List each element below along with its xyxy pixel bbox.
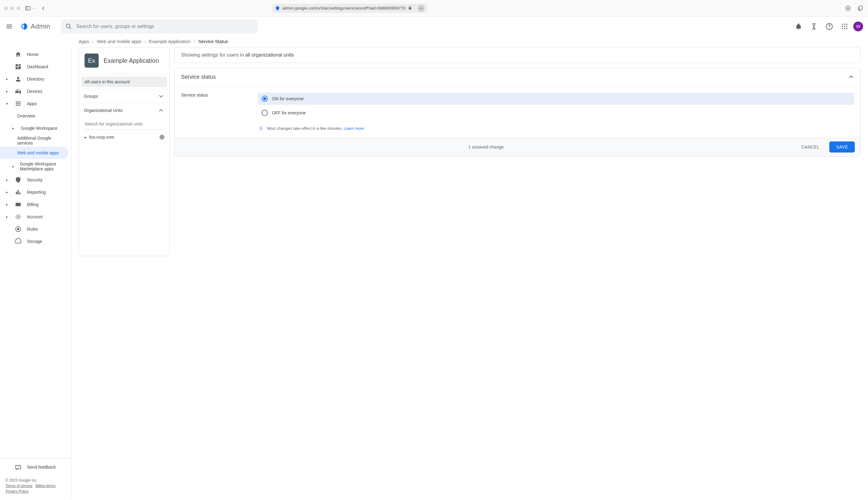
breadcrumb: Apps › Web and mobile apps › Example App… bbox=[0, 36, 868, 47]
scope-target: all organizational units bbox=[245, 52, 294, 57]
nav-directory[interactable]: ▸ Directory bbox=[0, 73, 69, 85]
crumb-apps[interactable]: Apps bbox=[79, 39, 89, 44]
nav-apps[interactable]: ▾ Apps bbox=[0, 98, 69, 110]
nav-label: Devices bbox=[27, 89, 43, 94]
window-minimize[interactable] bbox=[10, 7, 14, 10]
ou-item[interactable]: ▸ foo-corp.com bbox=[79, 132, 169, 142]
nav-rules[interactable]: ▸ Rules bbox=[0, 223, 69, 235]
nav-overview[interactable]: Overview bbox=[0, 110, 69, 122]
downloads-icon[interactable] bbox=[845, 5, 852, 12]
cancel-button[interactable]: CANCEL bbox=[797, 141, 824, 152]
svg-point-11 bbox=[844, 24, 845, 25]
global-search[interactable] bbox=[61, 19, 258, 34]
all-users-row[interactable]: All users in this account bbox=[81, 77, 167, 87]
account-avatar[interactable]: W bbox=[853, 22, 863, 31]
nav-label: Security bbox=[27, 178, 43, 182]
help-icon bbox=[825, 23, 833, 30]
save-button[interactable]: SAVE bbox=[829, 141, 855, 152]
address-bar[interactable]: admin.google.com/u/3/ac/settings/service… bbox=[272, 4, 428, 13]
nav-send-feedback[interactable]: ▸ Send feedback bbox=[0, 461, 69, 473]
legal-privacy[interactable]: Privacy Policy bbox=[5, 489, 28, 493]
nav-label: Account bbox=[27, 214, 43, 219]
svg-point-4 bbox=[422, 8, 423, 8]
browser-back-button[interactable] bbox=[40, 5, 47, 12]
nav-security[interactable]: ▸ Security bbox=[0, 174, 69, 186]
groups-label: Groups bbox=[84, 94, 98, 99]
legal-terms[interactable]: Terms of service bbox=[5, 484, 32, 488]
service-status-header[interactable]: Service status bbox=[175, 68, 860, 87]
svg-point-2 bbox=[419, 8, 420, 8]
nav-account[interactable]: ▸ Account bbox=[0, 211, 69, 223]
search-input[interactable] bbox=[76, 24, 254, 29]
radio-icon bbox=[262, 95, 268, 102]
nav-label: Google Workspace bbox=[21, 126, 57, 131]
svg-point-12 bbox=[846, 24, 847, 25]
window-controls bbox=[4, 7, 20, 10]
hamburger-icon bbox=[5, 23, 13, 30]
learn-more-link[interactable]: Learn more bbox=[344, 126, 364, 131]
nav-label: Web and mobile apps bbox=[17, 150, 59, 155]
service-status-card: Service status Service status ON for eve… bbox=[175, 68, 861, 157]
main-menu-button[interactable] bbox=[2, 20, 16, 33]
tasks-button[interactable] bbox=[807, 20, 821, 33]
chevron-right-icon: ▸ bbox=[84, 135, 87, 140]
nav-additional-services[interactable]: Additional Google services bbox=[0, 134, 69, 147]
ou-search-input[interactable] bbox=[84, 119, 164, 130]
crumb-app[interactable]: Example Application bbox=[149, 39, 190, 44]
nav-label: Reporting bbox=[27, 190, 46, 195]
svg-point-19 bbox=[17, 216, 19, 218]
browser-chrome: admin.google.com/u/3/ac/settings/service… bbox=[0, 0, 868, 16]
legal-billing[interactable]: Billing terms bbox=[35, 484, 55, 488]
chevron-up-icon bbox=[847, 73, 855, 81]
tabs-icon[interactable] bbox=[857, 5, 864, 12]
nav-dashboard[interactable]: ▸ Dashboard bbox=[0, 60, 69, 73]
nav-label: Google Workspace Marketplace apps bbox=[20, 161, 63, 171]
option-on-for-everyone[interactable]: ON for everyone bbox=[258, 93, 854, 105]
nav-home[interactable]: ▸ Home bbox=[0, 48, 69, 60]
nav-billing[interactable]: ▸ Billing bbox=[0, 198, 69, 211]
nav-google-workspace[interactable]: ▸ Google Workspace bbox=[0, 122, 69, 134]
option-off-for-everyone[interactable]: OFF for everyone bbox=[258, 107, 854, 119]
propagation-info: Most changes take effect in a few minute… bbox=[258, 125, 854, 131]
notifications-button[interactable] bbox=[792, 20, 805, 33]
product-name: Admin bbox=[31, 22, 50, 31]
org-units-label: Organizational Units bbox=[84, 108, 123, 113]
chevron-right-icon: › bbox=[194, 39, 195, 44]
nav-reporting[interactable]: ▸ Reporting bbox=[0, 186, 69, 198]
page-actions-button[interactable] bbox=[418, 5, 425, 12]
account-icon bbox=[15, 213, 22, 220]
home-icon bbox=[15, 51, 22, 58]
storage-icon bbox=[15, 238, 22, 245]
app-tile: Ex bbox=[84, 54, 99, 68]
help-button[interactable] bbox=[822, 20, 836, 33]
nav-storage[interactable]: ▸ Storage bbox=[0, 235, 69, 248]
unsaved-changes-bar: 1 unsaved change CANCEL SAVE bbox=[175, 137, 860, 156]
admin-logo-icon bbox=[20, 22, 28, 31]
org-units-section[interactable]: Organizational Units bbox=[79, 103, 169, 117]
info-icon bbox=[258, 125, 264, 131]
shield-icon bbox=[15, 177, 22, 183]
apps-launcher-button[interactable] bbox=[838, 20, 852, 33]
browser-sidebar-button[interactable] bbox=[25, 5, 36, 12]
chevron-right-icon: › bbox=[144, 39, 146, 44]
footer-legal: © 2023 Google Inc. Terms of service · Bi… bbox=[0, 476, 71, 499]
window-zoom[interactable] bbox=[16, 7, 20, 10]
nav-web-mobile-apps[interactable]: Web and mobile apps bbox=[0, 147, 69, 159]
svg-point-10 bbox=[842, 24, 843, 25]
product-logo[interactable]: Admin bbox=[20, 22, 50, 31]
svg-point-16 bbox=[842, 28, 843, 29]
dashboard-icon bbox=[15, 63, 22, 70]
crumb-web-mobile[interactable]: Web and mobile apps bbox=[97, 39, 141, 44]
svg-point-14 bbox=[844, 26, 845, 27]
crumb-current: Service Status bbox=[198, 39, 228, 44]
nav-label: Home bbox=[27, 52, 38, 57]
all-users-label: All users in this account bbox=[84, 79, 130, 84]
window-close[interactable] bbox=[4, 7, 8, 10]
lock-icon bbox=[408, 5, 412, 11]
nav-marketplace-apps[interactable]: ▸ Google Workspace Marketplace apps bbox=[0, 159, 69, 174]
info-text: Most changes take effect in a few minute… bbox=[267, 126, 344, 131]
nav-devices[interactable]: ▸ Devices bbox=[0, 85, 69, 98]
app-header: Admin W bbox=[0, 16, 868, 36]
groups-section[interactable]: Groups bbox=[79, 89, 169, 103]
site-settings-icon bbox=[275, 6, 280, 11]
